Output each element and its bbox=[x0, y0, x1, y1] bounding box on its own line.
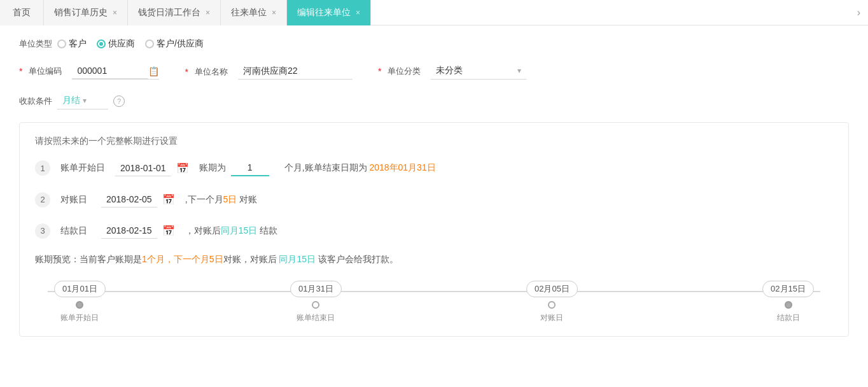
period-date-value-1: 2018-01-01 bbox=[115, 160, 171, 176]
tab-cash-work-close[interactable]: × bbox=[206, 8, 210, 17]
period-desc-3: ，对账后同月15日 结款 bbox=[185, 225, 277, 237]
unit-code-group: * 单位编码 📋 bbox=[19, 63, 159, 80]
calendar-icon-3[interactable]: 📅 bbox=[162, 225, 175, 237]
tab-edit-partner-close[interactable]: × bbox=[356, 8, 360, 17]
timeline-label-3: 对账日 bbox=[540, 313, 563, 323]
period-date-3: 2018-02-15 📅 bbox=[101, 223, 175, 239]
tab-home[interactable]: 首页 bbox=[0, 0, 44, 25]
unit-cat-star: * bbox=[378, 66, 381, 76]
tab-cash-work-label: 钱货日清工作台 bbox=[138, 7, 200, 18]
period-date-value-3: 2018-02-15 bbox=[101, 223, 157, 239]
period-row3-pre: ，对账后 bbox=[185, 225, 221, 236]
timeline-points: 01月01日 账单开始日 01月31日 账单结束日 02月05日 对账 bbox=[54, 281, 814, 323]
period-row2-pre: ,下一个月 bbox=[185, 194, 223, 204]
payment-cond-value: 月结 bbox=[62, 95, 80, 106]
timeline-label-2: 账单结束日 bbox=[297, 313, 335, 323]
preview-end: 该客户会给我打款。 bbox=[318, 254, 398, 264]
calendar-icon-1[interactable]: 📅 bbox=[176, 162, 189, 174]
main-content: 单位类型 客户 供应商 客户/供应商 * 单位编码 📋 bbox=[0, 25, 868, 387]
period-row-3: 3 结款日 2018-02-15 📅 ，对账后同月15日 结款 bbox=[35, 223, 833, 239]
period-field-name-3: 结款日 bbox=[60, 225, 91, 237]
timeline-label-1: 账单开始日 bbox=[60, 313, 99, 323]
period-field-name-1: 账单开始日 bbox=[60, 162, 105, 174]
radio-both-circle bbox=[145, 39, 154, 48]
unit-type-label: 单位类型 bbox=[19, 38, 52, 50]
radio-customer-circle bbox=[57, 39, 66, 48]
radio-customer-label: 客户 bbox=[69, 38, 87, 50]
tab-partner-unit[interactable]: 往来单位 × bbox=[221, 0, 287, 25]
timeline-point-4: 02月15日 结款日 bbox=[762, 281, 814, 323]
unit-fields-row: * 单位编码 📋 * 单位名称 * 单位分类 未分类 ▾ bbox=[19, 62, 849, 80]
timeline-point-3: 02月05日 对账日 bbox=[526, 281, 578, 323]
tab-edit-partner[interactable]: 编辑往来单位 × bbox=[287, 0, 371, 25]
radio-supplier[interactable]: 供应商 bbox=[97, 38, 135, 50]
unit-name-star: * bbox=[185, 67, 188, 77]
unit-category-select[interactable]: 未分类 ▾ bbox=[431, 62, 526, 80]
preview-p2: 下一个月5日 bbox=[174, 254, 223, 264]
period-row2-post: 对账 bbox=[239, 194, 257, 204]
timeline-point-2: 01月31日 账单结束日 bbox=[290, 281, 342, 323]
period-row3-post: 结款 bbox=[260, 225, 277, 236]
period-desc-before-1: 账期为 bbox=[199, 162, 226, 174]
tab-sales-history-close[interactable]: × bbox=[113, 8, 117, 17]
period-row-num-3: 3 bbox=[35, 223, 50, 239]
period-title: 请按照未来的一个完整帐期进行设置 bbox=[35, 136, 833, 147]
period-months-label: 个月,账单结束日期为 bbox=[284, 162, 367, 172]
radio-customer[interactable]: 客户 bbox=[57, 38, 87, 50]
unit-category-value: 未分类 bbox=[436, 65, 515, 76]
tab-home-label: 首页 bbox=[13, 7, 31, 18]
tab-partner-unit-close[interactable]: × bbox=[272, 8, 276, 17]
period-row-1: 1 账单开始日 2018-01-01 📅 账期为 个月,账单结束日期为 2018… bbox=[35, 160, 833, 176]
unit-code-star: * bbox=[19, 66, 22, 76]
timeline-node-2: 01月31日 bbox=[290, 281, 342, 297]
radio-supplier-circle bbox=[97, 39, 106, 48]
period-end-date: 2018年01月31日 bbox=[369, 162, 435, 172]
timeline-dot-3 bbox=[548, 301, 556, 309]
unit-code-input-wrapper: 📋 bbox=[72, 63, 159, 80]
payment-cond-select[interactable]: 月结 ▾ bbox=[57, 92, 108, 109]
payment-cond-label: 收款条件 bbox=[19, 95, 52, 107]
help-icon[interactable]: ? bbox=[113, 95, 125, 107]
timeline-dot-2 bbox=[312, 301, 319, 309]
tab-sales-history[interactable]: 销售订单历史 × bbox=[44, 0, 128, 25]
unit-category-arrow: ▾ bbox=[517, 66, 521, 75]
unit-code-input[interactable] bbox=[72, 63, 148, 79]
unit-type-row: 单位类型 客户 供应商 客户/供应商 bbox=[19, 38, 849, 50]
payment-cond-row: 收款条件 月结 ▾ ? bbox=[19, 92, 849, 109]
tab-partner-unit-label: 往来单位 bbox=[231, 7, 267, 18]
preview-p3: 同月15日 bbox=[279, 254, 316, 264]
tab-bar: 首页 销售订单历史 × 钱货日清工作台 × 往来单位 × 编辑往来单位 × › bbox=[0, 0, 868, 25]
preview-text: 账期预览：当前客户账期是1个月，下一个月5日对账，对账后 同月15日 该客户会给… bbox=[35, 254, 833, 265]
radio-both[interactable]: 客户/供应商 bbox=[145, 38, 204, 50]
timeline-node-3: 02月05日 bbox=[526, 281, 578, 297]
unit-code-copy-icon[interactable]: 📋 bbox=[148, 66, 159, 76]
preview-label: 账期预览：当前客户账期是 bbox=[35, 254, 142, 264]
period-date-1: 2018-01-01 📅 bbox=[115, 160, 189, 176]
period-desc-2: ,下一个月5日 对账 bbox=[185, 194, 258, 206]
period-desc-text-1: 账期为 bbox=[199, 162, 226, 172]
calendar-icon-2[interactable]: 📅 bbox=[162, 194, 175, 206]
period-row2-highlight: 5日 bbox=[223, 194, 237, 204]
unit-name-input[interactable] bbox=[238, 64, 353, 80]
period-date-2: 2018-02-05 📅 bbox=[101, 192, 175, 208]
unit-name-label: 单位名称 bbox=[195, 66, 228, 78]
period-box: 请按照未来的一个完整帐期进行设置 1 账单开始日 2018-01-01 📅 账期… bbox=[19, 122, 849, 337]
unit-category-label: 单位分类 bbox=[388, 66, 421, 77]
period-months-input[interactable] bbox=[231, 160, 269, 176]
timeline-node-1: 01月01日 bbox=[54, 281, 106, 297]
unit-type-radio-group: 客户 供应商 客户/供应商 bbox=[57, 38, 204, 50]
unit-name-group: * 单位名称 bbox=[185, 64, 352, 80]
tab-cash-work[interactable]: 钱货日清工作台 × bbox=[128, 0, 221, 25]
tab-more-arrow[interactable]: › bbox=[850, 7, 868, 18]
tab-sales-history-label: 销售订单历史 bbox=[54, 7, 108, 18]
period-desc-after-1: 个月,账单结束日期为 2018年01月31日 bbox=[284, 162, 436, 174]
payment-cond-arrow: ▾ bbox=[83, 96, 87, 105]
preview-p1: 1个月， bbox=[142, 254, 174, 264]
timeline-dot-4 bbox=[785, 301, 792, 309]
radio-both-label: 客户/供应商 bbox=[157, 38, 204, 50]
preview-section: 账期预览：当前客户账期是1个月，下一个月5日对账，对账后 同月15日 该客户会给… bbox=[35, 244, 833, 323]
period-row-num-2: 2 bbox=[35, 192, 50, 208]
preview-mid: 对账，对账后 bbox=[223, 254, 277, 264]
radio-supplier-label: 供应商 bbox=[108, 38, 135, 50]
timeline-label-4: 结款日 bbox=[777, 313, 800, 323]
